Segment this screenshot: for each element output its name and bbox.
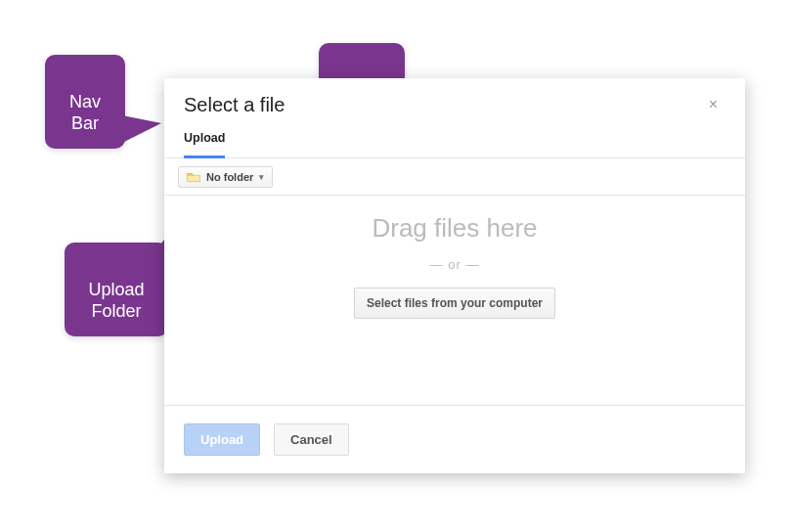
title-bar: Select a file × (164, 78, 745, 131)
upload-button[interactable]: Upload (184, 423, 260, 456)
close-button[interactable]: × (701, 92, 725, 117)
upload-button-label: Upload (200, 432, 243, 447)
dialog-title: Select a file (184, 94, 285, 116)
callout-nav-bar-text: Nav Bar (69, 92, 101, 134)
callout-upload-folder: Upload Folder (65, 243, 168, 336)
tab-upload[interactable]: Upload (184, 131, 225, 158)
file-picker-dialog: Select a file × Upload No folder ▾ Drag … (164, 78, 745, 473)
close-icon: × (709, 96, 718, 112)
cancel-button-label: Cancel (290, 432, 332, 447)
folder-toolbar: No folder ▾ (164, 158, 745, 196)
folder-selector[interactable]: No folder ▾ (178, 166, 273, 188)
cancel-button[interactable]: Cancel (274, 423, 349, 456)
or-separator: — or — (430, 257, 480, 272)
callout-nav-bar-tail (122, 115, 161, 143)
chevron-down-icon: ▾ (259, 172, 264, 182)
dialog-footer: Upload Cancel (164, 405, 745, 473)
folder-selector-label: No folder (206, 171, 253, 183)
select-files-button[interactable]: Select files from your computer (354, 288, 555, 319)
callout-upload-folder-text: Upload Folder (88, 280, 144, 322)
select-files-button-label: Select files from your computer (367, 296, 543, 310)
drag-files-text: Drag files here (372, 213, 537, 244)
callout-nav-bar: Nav Bar (45, 55, 125, 149)
upload-dropzone[interactable]: Drag files here — or — Select files from… (164, 196, 745, 401)
nav-bar: Upload (164, 131, 745, 158)
folder-icon (187, 171, 200, 183)
tab-label: Upload (184, 131, 225, 145)
